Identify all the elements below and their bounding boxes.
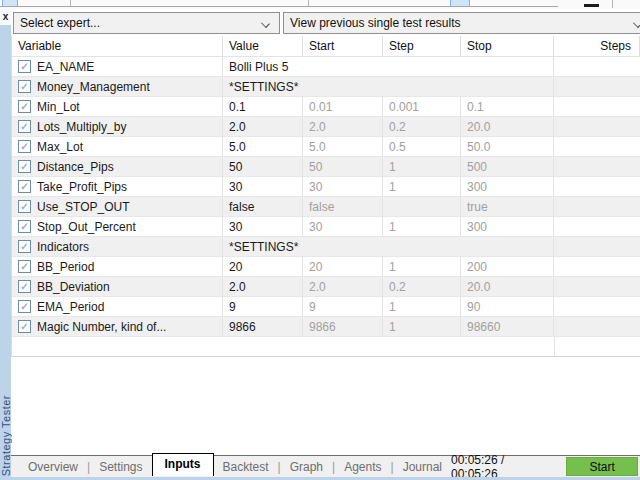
step-cell[interactable]: 1 <box>383 217 461 236</box>
stop-cell[interactable]: true <box>461 197 554 216</box>
start-cell[interactable]: 50 <box>303 157 383 176</box>
start-cell[interactable]: 2.0 <box>303 117 383 136</box>
steps-cell[interactable] <box>554 277 640 296</box>
steps-cell[interactable] <box>554 177 640 196</box>
steps-cell[interactable] <box>554 257 640 276</box>
table-row[interactable]: ✓ Indicators *SETTINGS* <box>12 237 640 257</box>
tab-backtest[interactable]: Backtest <box>214 460 278 474</box>
stop-cell[interactable]: 300 <box>461 217 554 236</box>
column-header-variable[interactable]: Variable <box>12 36 223 56</box>
column-header-steps[interactable]: Steps <box>554 36 640 56</box>
steps-cell[interactable] <box>554 237 640 256</box>
table-row[interactable]: ✓ Take_Profit_Pips 30301300 <box>12 177 640 197</box>
view-results-dropdown[interactable]: View previous single test results <box>283 12 640 34</box>
step-cell[interactable]: 1 <box>383 177 461 196</box>
row-checkbox[interactable]: ✓ <box>18 140 31 153</box>
panel-close-button[interactable]: x <box>0 9 11 25</box>
steps-cell[interactable] <box>554 297 640 316</box>
start-cell[interactable]: 9 <box>303 297 383 316</box>
stop-cell[interactable]: 20.0 <box>461 277 554 296</box>
row-checkbox[interactable]: ✓ <box>18 280 31 293</box>
table-row[interactable]: ✓ EMA_Period 99190 <box>12 297 640 317</box>
value-cell[interactable]: *SETTINGS* <box>223 77 554 96</box>
start-button[interactable]: Start <box>566 457 638 476</box>
step-cell[interactable]: 1 <box>383 317 461 336</box>
tab-journal[interactable]: Journal <box>394 460 451 474</box>
table-row[interactable]: ✓ Lots_Multiply_by 2.02.00.220.0 <box>12 117 640 137</box>
steps-cell[interactable] <box>554 317 640 336</box>
value-cell[interactable]: 5.0 <box>223 137 303 156</box>
row-checkbox[interactable]: ✓ <box>18 180 31 193</box>
tab-agents[interactable]: Agents <box>335 460 390 474</box>
row-checkbox[interactable]: ✓ <box>18 160 31 173</box>
table-row[interactable]: ✓ Magic Number, kind of... 9866986619866… <box>12 317 640 337</box>
step-cell[interactable]: 0.2 <box>383 117 461 136</box>
step-cell[interactable]: 0.001 <box>383 97 461 116</box>
table-row[interactable]: ✓ Money_Management *SETTINGS* <box>12 77 640 97</box>
steps-cell[interactable] <box>554 97 640 116</box>
tab-overview[interactable]: Overview <box>19 460 87 474</box>
start-cell[interactable]: 0.01 <box>303 97 383 116</box>
start-cell[interactable]: 5.0 <box>303 137 383 156</box>
stop-cell[interactable]: 200 <box>461 257 554 276</box>
column-header-stop[interactable]: Stop <box>461 36 554 56</box>
step-cell[interactable]: 1 <box>383 157 461 176</box>
tab-inputs[interactable]: Inputs <box>152 453 214 476</box>
value-cell[interactable]: false <box>223 197 303 216</box>
steps-cell[interactable] <box>554 77 640 96</box>
value-cell[interactable]: 50 <box>223 157 303 176</box>
value-cell[interactable]: 9866 <box>223 317 303 336</box>
row-checkbox[interactable]: ✓ <box>18 220 31 233</box>
table-row[interactable]: ✓ Stop_Out_Percent 30301300 <box>12 217 640 237</box>
value-cell[interactable]: 30 <box>223 177 303 196</box>
value-cell[interactable]: 2.0 <box>223 277 303 296</box>
steps-cell[interactable] <box>554 57 640 76</box>
start-cell[interactable]: 30 <box>303 217 383 236</box>
step-cell[interactable] <box>383 197 461 216</box>
table-row[interactable]: ✓ Min_Lot 0.10.010.0010.1 <box>12 97 640 117</box>
value-cell[interactable]: 30 <box>223 217 303 236</box>
table-row[interactable]: ✓ Distance_Pips 50501500 <box>12 157 640 177</box>
value-cell[interactable]: *SETTINGS* <box>223 237 554 256</box>
step-cell[interactable]: 1 <box>383 297 461 316</box>
stop-cell[interactable]: 0.1 <box>461 97 554 116</box>
row-checkbox[interactable]: ✓ <box>18 260 31 273</box>
stop-cell[interactable]: 90 <box>461 297 554 316</box>
value-cell[interactable]: 2.0 <box>223 117 303 136</box>
steps-cell[interactable] <box>554 117 640 136</box>
column-header-step[interactable]: Step <box>383 36 461 56</box>
row-checkbox[interactable]: ✓ <box>18 240 31 253</box>
steps-cell[interactable] <box>554 197 640 216</box>
row-checkbox[interactable]: ✓ <box>18 120 31 133</box>
row-checkbox[interactable]: ✓ <box>18 320 31 333</box>
expert-select-dropdown[interactable]: Select expert... <box>13 12 280 34</box>
tab-graph[interactable]: Graph <box>281 460 332 474</box>
table-row[interactable]: ✓ Use_STOP_OUT falsefalsetrue <box>12 197 640 217</box>
stop-cell[interactable]: 98660 <box>461 317 554 336</box>
column-header-value[interactable]: Value <box>223 36 303 56</box>
table-row[interactable]: ✓ BB_Period 20201200 <box>12 257 640 277</box>
steps-cell[interactable] <box>554 157 640 176</box>
value-cell[interactable]: Bolli Plus 5 <box>223 57 554 76</box>
stop-cell[interactable]: 20.0 <box>461 117 554 136</box>
step-cell[interactable]: 0.2 <box>383 277 461 296</box>
value-cell[interactable]: 9 <box>223 297 303 316</box>
table-row[interactable]: ✓ Max_Lot 5.05.00.550.0 <box>12 137 640 157</box>
table-row[interactable]: ✓ EA_NAME Bolli Plus 5 <box>12 57 640 77</box>
value-cell[interactable]: 20 <box>223 257 303 276</box>
start-cell[interactable]: 20 <box>303 257 383 276</box>
column-header-start[interactable]: Start <box>303 36 383 56</box>
start-cell[interactable]: false <box>303 197 383 216</box>
tab-settings[interactable]: Settings <box>90 460 151 474</box>
start-cell[interactable]: 9866 <box>303 317 383 336</box>
start-cell[interactable]: 2.0 <box>303 277 383 296</box>
steps-cell[interactable] <box>554 137 640 156</box>
stop-cell[interactable]: 50.0 <box>461 137 554 156</box>
row-checkbox[interactable]: ✓ <box>18 100 31 113</box>
stop-cell[interactable]: 300 <box>461 177 554 196</box>
step-cell[interactable]: 0.5 <box>383 137 461 156</box>
value-cell[interactable]: 0.1 <box>223 97 303 116</box>
row-checkbox[interactable]: ✓ <box>18 300 31 313</box>
start-cell[interactable]: 30 <box>303 177 383 196</box>
step-cell[interactable]: 1 <box>383 257 461 276</box>
